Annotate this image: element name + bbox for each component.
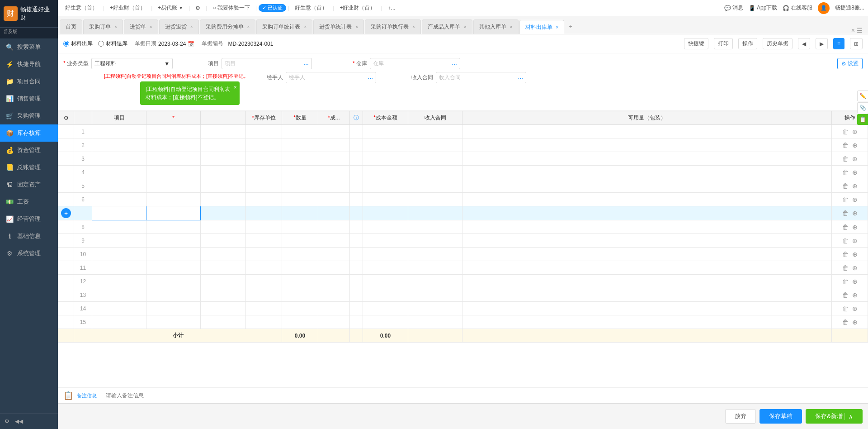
copy-row-btn[interactable]: ⊕: [850, 181, 859, 191]
warehouse-input[interactable]: 仓库 ···: [370, 58, 460, 69]
sidebar-item-quick-nav[interactable]: ⚡ 快捷导航: [0, 56, 58, 73]
copy-row-btn[interactable]: ⊕: [850, 223, 859, 232]
delete-row-btn[interactable]: 🗑: [840, 263, 850, 272]
copy-row-btn[interactable]: ⊕: [850, 318, 859, 327]
tab-other-in[interactable]: 其他入库单 ×: [473, 19, 519, 34]
discard-btn[interactable]: 放弃: [725, 409, 756, 424]
copy-row-btn[interactable]: ⊕: [850, 236, 859, 245]
tab-menu[interactable]: ☰: [857, 27, 863, 34]
delete-row-btn[interactable]: 🗑: [840, 236, 850, 245]
close-hint-btn[interactable]: ×: [234, 83, 237, 91]
radio-material-out[interactable]: 材料出库: [63, 40, 93, 48]
income-contract-dots-btn[interactable]: ···: [518, 74, 524, 81]
tab-purchase-expense[interactable]: 采购费用分摊单 ×: [200, 19, 256, 34]
copy-row-btn[interactable]: ⊕: [850, 291, 859, 300]
message-btn[interactable]: 💬 消息: [724, 4, 743, 12]
next-btn[interactable]: ▶: [816, 38, 828, 49]
sidebar-item-basic-info[interactable]: ℹ 基础信息: [0, 228, 58, 245]
avatar[interactable]: 👤: [818, 2, 830, 14]
save-new-btn[interactable]: 保存&新增 ∧: [806, 409, 863, 424]
col-header-settings[interactable]: ⚙: [58, 111, 74, 125]
tab-home[interactable]: 首页: [60, 19, 82, 34]
view2-btn[interactable]: ⊞: [850, 38, 863, 49]
online-service-btn[interactable]: 🎧 在线客服: [783, 4, 812, 12]
delete-row-btn[interactable]: 🗑: [840, 127, 850, 136]
copy-row-btn[interactable]: ⊕: [850, 141, 859, 150]
handler-input[interactable]: 经手人 ···: [286, 72, 376, 83]
sidebar-item-system[interactable]: ⚙ 系统管理: [0, 245, 58, 262]
calendar-icon[interactable]: 📅: [188, 41, 194, 47]
tab-in-stats[interactable]: 进货单统计表 ×: [313, 19, 364, 34]
sidebar-settings-icon[interactable]: ⚙: [5, 418, 9, 424]
nav-haoyecai[interactable]: +好业财（首）: [106, 0, 149, 16]
nav-haoyecai2[interactable]: +好业财（首）: [336, 0, 379, 16]
sidebar-item-sales[interactable]: 📊 销售管理: [0, 90, 58, 107]
tab-purchase-order[interactable]: 采购订单 ×: [83, 19, 123, 34]
operation-btn[interactable]: 操作: [738, 38, 757, 49]
copy-row-btn[interactable]: ⊕: [850, 209, 859, 218]
delete-row-btn[interactable]: 🗑: [840, 168, 850, 177]
copy-row-btn[interactable]: ⊕: [850, 263, 859, 272]
tab-purchase-exec[interactable]: 采购订单执行表 ×: [365, 19, 421, 34]
tab-purchase-stats[interactable]: 采购订单统计表 ×: [256, 19, 312, 34]
delete-row-btn[interactable]: 🗑: [840, 181, 850, 191]
sidebar-item-accounting[interactable]: 📒 总账管理: [0, 159, 58, 176]
copy-row-btn[interactable]: ⊕: [850, 168, 859, 177]
add-row-btn[interactable]: +: [61, 208, 71, 218]
sidebar-item-payroll[interactable]: 💵 工资: [0, 193, 58, 210]
sidebar-collapse-icon[interactable]: ◀◀: [15, 418, 23, 424]
sidebar-item-purchase[interactable]: 🛒 采购管理: [0, 107, 58, 124]
tab-close-all[interactable]: ×: [851, 27, 855, 34]
sidebar-item-fixed-assets[interactable]: 🏗 固定资产: [0, 176, 58, 193]
delete-row-btn[interactable]: 🗑: [840, 250, 850, 259]
nav-haoshengyi[interactable]: 好生意（首）: [61, 0, 101, 16]
sidebar-item-inventory[interactable]: 📦 库存核算: [0, 124, 58, 142]
project-dots-btn[interactable]: ···: [303, 60, 309, 67]
nav-experience[interactable]: ○ 我要体验一下: [209, 0, 254, 16]
prev-btn[interactable]: ◀: [798, 38, 810, 49]
delete-row-btn[interactable]: 🗑: [840, 277, 850, 286]
history-btn[interactable]: 历史单据: [763, 38, 793, 49]
tab-material-out-close[interactable]: ×: [556, 25, 559, 30]
nav-more[interactable]: +...: [384, 0, 399, 16]
save-new-arrow[interactable]: ∧: [844, 413, 853, 420]
copy-row-btn[interactable]: ⊕: [850, 154, 859, 163]
delete-row-btn[interactable]: 🗑: [840, 154, 850, 163]
delete-row-btn[interactable]: 🗑: [840, 318, 850, 327]
copy-row-btn[interactable]: ⊕: [850, 250, 859, 259]
delete-row-btn[interactable]: 🗑: [840, 223, 850, 232]
print-btn[interactable]: 打印: [714, 38, 733, 49]
sidebar-item-ops[interactable]: 📈 经营管理: [0, 210, 58, 228]
view1-btn[interactable]: ≡: [833, 38, 844, 49]
sidebar-item-finance[interactable]: 💰 资金管理: [0, 142, 58, 159]
nav-yidaizhang[interactable]: +易代账 ▼: [154, 0, 187, 16]
date-value[interactable]: 2023-03-24: [158, 41, 186, 47]
right-tool-edit[interactable]: ✏️: [857, 91, 868, 101]
delete-row-btn[interactable]: 🗑: [840, 195, 850, 204]
business-type-select[interactable]: 工程领料 ▼: [91, 58, 173, 69]
handler-dots-btn[interactable]: ···: [368, 74, 373, 81]
user-name[interactable]: 畅捷通8账...: [835, 4, 864, 12]
tab-material-out[interactable]: 材料出库单 ×: [519, 20, 565, 34]
settings-btn[interactable]: ⚙ 设置: [837, 58, 863, 69]
copy-row-btn[interactable]: ⊕: [850, 127, 859, 136]
radio-material-return[interactable]: 材料退库: [98, 40, 127, 48]
project-input[interactable]: 项目 ···: [222, 58, 312, 69]
delete-row-btn[interactable]: 🗑: [840, 209, 850, 218]
nav-settings-icon[interactable]: ⚙: [192, 0, 204, 16]
save-draft-btn[interactable]: 保存草稿: [760, 409, 802, 424]
right-tool-clip[interactable]: 📎: [857, 102, 868, 113]
quick-key-btn[interactable]: 快捷键: [684, 38, 708, 49]
right-tool-green[interactable]: 📋: [857, 114, 868, 125]
copy-row-btn[interactable]: ⊕: [850, 277, 859, 286]
notes-input[interactable]: [104, 391, 863, 400]
warehouse-dots-btn[interactable]: ···: [452, 60, 457, 67]
copy-row-btn[interactable]: ⊕: [850, 195, 859, 204]
nav-haoshengyi2[interactable]: 好生意（首）: [291, 0, 331, 16]
tab-purchase-return[interactable]: 进货退货 ×: [159, 19, 199, 34]
income-contract-input[interactable]: 收入合同 ···: [436, 72, 526, 83]
tab-purchase-in[interactable]: 进货单 ×: [124, 19, 158, 34]
delete-row-btn[interactable]: 🗑: [840, 304, 850, 313]
copy-row-btn[interactable]: ⊕: [850, 304, 859, 313]
tab-finished-goods[interactable]: 产成品入库单 ×: [422, 19, 472, 34]
